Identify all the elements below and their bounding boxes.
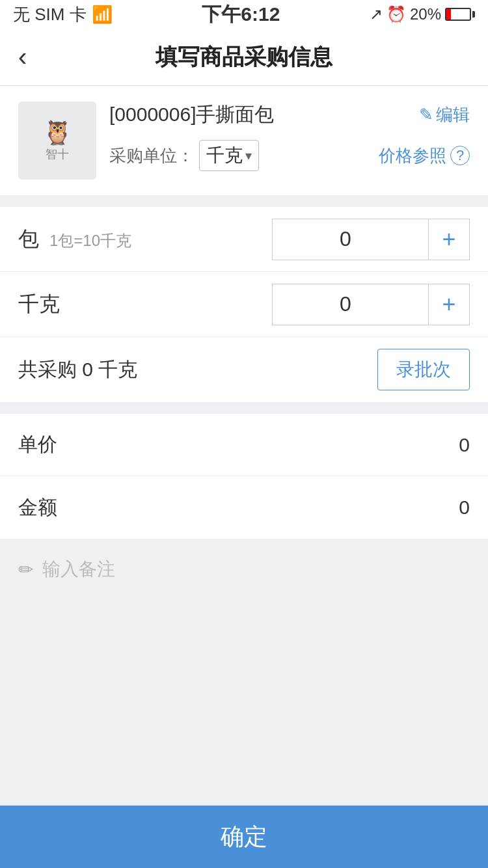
sim-signal-text: 无 SIM 卡 — [13, 3, 87, 26]
price-ref-button[interactable]: 价格参照 ? — [379, 144, 470, 167]
qty-label-bao: 包 — [18, 225, 39, 254]
quantity-section: 包 1包=10千克 + 千克 + — [0, 207, 488, 337]
location-icon: ↗ — [370, 5, 383, 23]
unit-label: 采购单位： — [109, 144, 194, 167]
quantity-row-kg: 千克 + — [0, 272, 488, 337]
status-right: ↗ ⏰ 20% — [370, 5, 475, 23]
edit-label: 编辑 — [436, 103, 470, 126]
qty-input-bao[interactable] — [272, 219, 428, 260]
battery-icon — [445, 8, 475, 21]
status-bar: 无 SIM 卡 📶 下午6:12 ↗ ⏰ 20% — [0, 0, 488, 29]
product-unit-row: 采购单位： 千克 ▾ 价格参照 ? — [109, 140, 470, 171]
product-card: 🦉 智十 [0000006]手撕面包 ✎ 编辑 采购单位： 千克 ▾ — [0, 86, 488, 195]
price-ref-label: 价格参照 — [379, 144, 446, 167]
qty-sublabel-bao: 1包=10千克 — [49, 230, 131, 251]
unit-price-label: 单价 — [18, 431, 57, 458]
qty-right-kg: + — [272, 284, 470, 325]
edit-icon: ✎ — [419, 105, 433, 125]
page-title: 填写商品采购信息 — [156, 42, 332, 72]
product-image: 🦉 智十 — [18, 102, 96, 180]
qty-right-bao: + — [272, 219, 470, 260]
confirm-button-label: 确定 — [221, 821, 267, 853]
wifi-icon: 📶 — [92, 5, 113, 25]
amount-value: 0 — [459, 496, 470, 519]
record-batch-button[interactable]: 录批次 — [377, 349, 470, 390]
owl-logo: 🦉 智十 — [43, 119, 72, 162]
battery-percent: 20% — [410, 5, 441, 23]
status-time: 下午6:12 — [202, 1, 280, 28]
section-divider-1 — [0, 195, 488, 207]
remark-placeholder: 输入备注 — [42, 557, 115, 582]
unit-value: 千克 — [206, 143, 243, 168]
confirm-button[interactable]: 确定 — [0, 806, 488, 868]
remark-row: ✏ 输入备注 — [18, 557, 470, 582]
remark-section[interactable]: ✏ 输入备注 — [0, 539, 488, 669]
back-button[interactable]: ‹ — [18, 42, 27, 72]
qty-plus-bao[interactable]: + — [428, 219, 470, 260]
amount-row: 金额 0 — [0, 476, 488, 539]
nav-bar: ‹ 填写商品采购信息 — [0, 29, 488, 86]
quantity-row-bao: 包 1包=10千克 + — [0, 207, 488, 272]
section-divider-2 — [0, 402, 488, 414]
pencil-icon: ✏ — [18, 559, 33, 580]
product-info: [0000006]手撕面包 ✎ 编辑 采购单位： 千克 ▾ 价格参照 ? — [109, 102, 470, 171]
unit-price-row: 单价 0 — [0, 414, 488, 476]
qty-plus-kg[interactable]: + — [428, 284, 470, 325]
edit-button[interactable]: ✎ 编辑 — [419, 103, 470, 126]
total-row: 共采购 0 千克 录批次 — [0, 337, 488, 402]
status-left: 无 SIM 卡 📶 — [13, 3, 113, 26]
qty-input-kg[interactable] — [272, 284, 428, 325]
alarm-icon: ⏰ — [386, 5, 406, 23]
price-info-section: 单价 0 金额 0 — [0, 414, 488, 539]
dropdown-icon: ▾ — [245, 148, 252, 163]
total-label: 共采购 0 千克 — [18, 357, 137, 383]
price-ref-icon: ? — [450, 146, 470, 165]
amount-label: 金额 — [18, 495, 57, 521]
product-name: [0000006]手撕面包 — [109, 102, 274, 128]
qty-label-kg: 千克 — [18, 290, 60, 319]
product-header: [0000006]手撕面包 ✎ 编辑 — [109, 102, 470, 128]
unit-price-value: 0 — [459, 434, 470, 456]
unit-select-button[interactable]: 千克 ▾ — [199, 140, 259, 171]
